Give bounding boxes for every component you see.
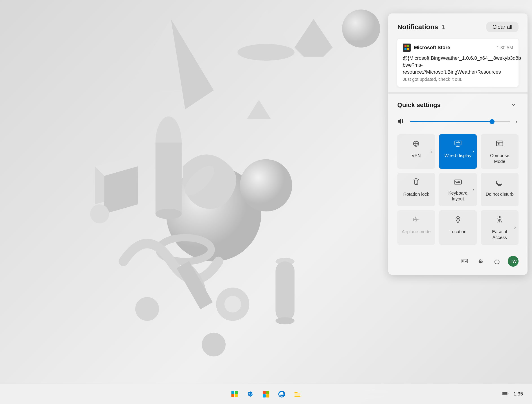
svg-point-51 [416, 183, 417, 183]
store-button[interactable] [260, 388, 272, 400]
wired-display-icon [454, 140, 462, 150]
svg-rect-34 [263, 391, 266, 394]
location-label: Location [450, 229, 466, 234]
svg-marker-20 [247, 100, 271, 119]
ease-of-access-tile[interactable]: › Ease of Access [481, 210, 519, 245]
wired-display-expand-icon: › [473, 149, 474, 154]
svg-rect-55 [458, 181, 459, 182]
action-center-panel: Notifications 1 Clear all Microsoft Stor… [388, 13, 527, 275]
svg-rect-32 [231, 394, 234, 397]
svg-rect-30 [231, 391, 234, 394]
svg-rect-65 [462, 261, 463, 262]
compose-mode-label: Compose Mode [484, 153, 515, 164]
do-not-disturb-tile[interactable]: Do not disturb [481, 173, 519, 206]
svg-rect-33 [235, 394, 238, 397]
svg-rect-57 [456, 182, 460, 183]
keyboard-layout-expand-icon: › [473, 187, 474, 193]
vpn-icon [412, 140, 420, 150]
notifications-header: Notifications 1 Clear all [397, 22, 519, 32]
rotation-lock-label: Rotation lock [403, 191, 429, 197]
svg-rect-67 [465, 261, 466, 262]
volume-slider-track[interactable] [410, 121, 510, 122]
do-not-disturb-label: Do not disturb [486, 191, 514, 197]
notification-app-icon [403, 44, 411, 52]
files-button[interactable] [291, 388, 303, 400]
edge-button[interactable] [276, 388, 288, 400]
ease-of-access-label: Ease of Access [484, 229, 515, 240]
ease-of-access-expand-icon: › [514, 225, 516, 231]
notification-body-line1: @{Microsoft.BingWeather_1.0.6.0_x64__8we… [403, 55, 513, 62]
avatar-initials: TW [510, 259, 517, 264]
volume-slider-fill [410, 121, 492, 122]
volume-expand-button[interactable]: › [514, 117, 519, 126]
notification-app-name: Microsoft Store [414, 45, 450, 50]
quick-settings-collapse-button[interactable] [509, 100, 519, 110]
taskbar-right: 1:35 [502, 384, 523, 404]
svg-rect-50 [415, 180, 418, 184]
notification-body-line2: bwe?ms-resource://Microsoft.BingWeather/… [403, 62, 513, 76]
airplane-mode-tile[interactable]: Airplane mode [397, 210, 435, 245]
svg-rect-31 [235, 391, 238, 394]
svg-rect-23 [275, 261, 295, 321]
svg-rect-66 [463, 261, 464, 262]
svg-rect-40 [508, 393, 508, 394]
svg-rect-41 [503, 392, 507, 395]
clear-all-button[interactable]: Clear all [486, 22, 519, 32]
quick-settings-title: Quick settings [397, 101, 441, 109]
svg-rect-37 [266, 394, 269, 398]
keyboard-layout-tile[interactable]: › Keyboard layout [439, 173, 477, 206]
volume-icon [397, 118, 406, 126]
svg-point-24 [275, 317, 295, 325]
svg-rect-53 [455, 181, 456, 182]
system-clock[interactable]: 1:35 [513, 391, 523, 397]
settings-gear-button[interactable] [475, 256, 486, 267]
notification-app-row: Microsoft Store 1:30 AM [403, 44, 513, 52]
wired-display-tile[interactable]: › Wired display [439, 134, 477, 169]
settings-button[interactable] [244, 388, 256, 400]
ease-of-access-icon [496, 216, 504, 226]
rotation-lock-tile[interactable]: Rotation lock [397, 173, 435, 206]
svg-point-8 [342, 9, 380, 47]
battery-icon [502, 391, 509, 397]
location-tile[interactable]: Location [439, 210, 477, 245]
svg-rect-45 [407, 48, 409, 50]
rotation-lock-icon [412, 178, 420, 188]
vpn-label: VPN [412, 153, 421, 158]
svg-rect-63 [465, 260, 465, 261]
volume-slider-thumb[interactable] [490, 119, 494, 124]
keyboard-layout-icon [454, 178, 462, 187]
svg-point-15 [240, 159, 292, 211]
notifications-section: Notifications 1 Clear all Microsoft Stor… [388, 13, 527, 93]
svg-rect-56 [459, 181, 460, 182]
svg-rect-49 [498, 143, 500, 145]
svg-marker-28 [295, 19, 332, 57]
keyboard-layout-label: Keyboard layout [443, 190, 473, 202]
svg-point-14 [224, 296, 241, 312]
volume-row: › [397, 117, 519, 126]
user-avatar[interactable]: TW [508, 256, 519, 267]
svg-rect-43 [407, 45, 409, 47]
svg-point-21 [202, 333, 226, 356]
svg-rect-64 [466, 260, 466, 261]
compose-mode-tile[interactable]: Compose Mode [481, 134, 519, 169]
keyboard-toggle-button[interactable] [459, 256, 470, 267]
bottom-icons-row: TW [397, 251, 519, 267]
notification-card[interactable]: Microsoft Store 1:30 AM @{Microsoft.Bing… [397, 39, 519, 87]
svg-rect-48 [497, 141, 503, 146]
start-button[interactable] [229, 388, 241, 400]
location-icon [454, 216, 462, 226]
svg-rect-2 [156, 143, 182, 214]
vpn-tile[interactable]: › VPN [397, 134, 435, 169]
compose-mode-icon [496, 140, 504, 150]
svg-point-19 [90, 204, 109, 224]
svg-rect-61 [462, 260, 463, 261]
quick-settings-header: Quick settings [397, 100, 519, 110]
quick-settings-section: Quick settings › [388, 94, 527, 275]
svg-point-3 [156, 209, 182, 219]
svg-rect-62 [463, 260, 464, 261]
vpn-expand-icon: › [431, 149, 432, 154]
taskbar: 1:35 [0, 384, 532, 404]
svg-point-59 [499, 216, 500, 218]
airplane-mode-label: Airplane mode [402, 229, 431, 234]
power-button[interactable] [492, 256, 502, 267]
